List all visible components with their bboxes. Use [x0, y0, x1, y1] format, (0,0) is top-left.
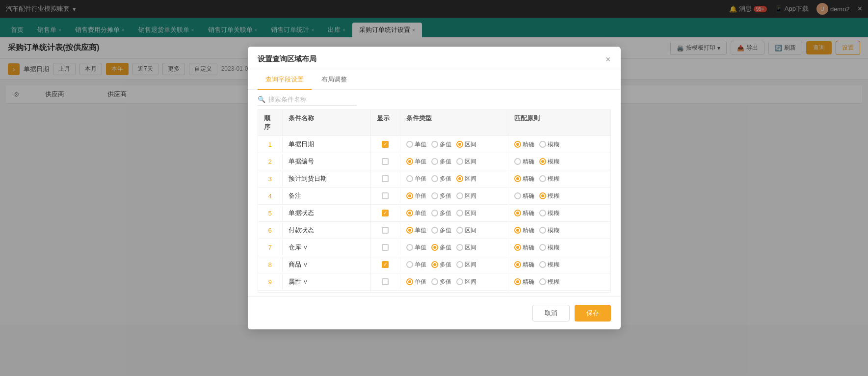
- row-type: 单值 多值 区间: [400, 154, 508, 170]
- match-radio-精确[interactable]: 精确: [514, 158, 534, 166]
- display-checkbox[interactable]: [382, 141, 389, 148]
- row-display[interactable]: [371, 171, 400, 186]
- match-radio-精确[interactable]: 精确: [514, 278, 534, 286]
- row-display[interactable]: [371, 240, 400, 255]
- type-radio-区间[interactable]: 区间: [456, 140, 476, 149]
- save-btn[interactable]: 保存: [575, 305, 611, 322]
- radio-circle: [456, 261, 463, 268]
- radio-circle: [406, 141, 413, 148]
- type-radio-区间[interactable]: 区间: [456, 158, 476, 166]
- display-checkbox[interactable]: [382, 227, 389, 234]
- type-radio-多值[interactable]: 多值: [431, 226, 451, 235]
- radio-circle: [456, 175, 463, 182]
- search-input[interactable]: [268, 96, 357, 103]
- match-radio-精确[interactable]: 精确: [514, 243, 534, 252]
- type-radio-区间[interactable]: 区间: [456, 243, 476, 252]
- type-radio-单值[interactable]: 单值: [406, 158, 426, 166]
- dialog-tab-query[interactable]: 查询字段设置: [258, 70, 312, 90]
- type-radio-多值[interactable]: 多值: [431, 209, 451, 217]
- match-radio-精确[interactable]: 精确: [514, 192, 534, 200]
- type-radio-区间[interactable]: 区间: [456, 192, 476, 200]
- row-display[interactable]: [371, 292, 400, 293]
- row-type: 单值 多值 区间: [400, 222, 508, 239]
- radio-label: 区间: [465, 140, 476, 149]
- type-radio-单值[interactable]: 单值: [406, 226, 426, 235]
- type-radio-多值[interactable]: 多值: [431, 140, 451, 149]
- dialog-close-btn[interactable]: ×: [605, 55, 611, 64]
- radio-label: 模糊: [548, 278, 559, 286]
- radio-label: 精确: [523, 243, 534, 252]
- radio-label: 多值: [440, 226, 451, 235]
- row-display[interactable]: [371, 188, 400, 203]
- radio-label: 单值: [415, 175, 426, 183]
- match-radio-模糊[interactable]: 模糊: [539, 243, 559, 252]
- match-radio-模糊[interactable]: 模糊: [539, 278, 559, 286]
- display-checkbox[interactable]: [382, 278, 389, 285]
- match-radio-模糊[interactable]: 模糊: [539, 226, 559, 235]
- type-radio-区间[interactable]: 区间: [456, 175, 476, 183]
- radio-circle: [514, 227, 521, 234]
- dialog-tab-layout[interactable]: 布局调整: [314, 70, 355, 90]
- row-display[interactable]: [371, 257, 400, 272]
- type-radio-单值[interactable]: 单值: [406, 175, 426, 183]
- row-type: 单值 多值 区间: [400, 188, 508, 204]
- match-radio-精确[interactable]: 精确: [514, 226, 534, 235]
- radio-circle: [431, 210, 438, 216]
- row-display[interactable]: [371, 206, 400, 220]
- row-display[interactable]: [371, 274, 400, 289]
- match-radio-模糊[interactable]: 模糊: [539, 261, 559, 269]
- display-checkbox[interactable]: [382, 158, 389, 165]
- type-radio-多值[interactable]: 多值: [431, 175, 451, 183]
- radio-label: 模糊: [548, 140, 559, 149]
- radio-label: 精确: [523, 175, 534, 183]
- row-name: 仓库 ∨: [283, 239, 371, 256]
- type-radio-单值[interactable]: 单值: [406, 192, 426, 200]
- match-radio-模糊[interactable]: 模糊: [539, 209, 559, 217]
- radio-circle: [514, 158, 521, 165]
- radio-circle: [406, 244, 413, 251]
- type-radio-单值[interactable]: 单值: [406, 278, 426, 286]
- type-radio-group: 单值 多值 区间: [406, 192, 476, 200]
- type-radio-多值[interactable]: 多值: [431, 158, 451, 166]
- dialog-tab-layout-label: 布局调整: [321, 76, 347, 83]
- type-radio-单值[interactable]: 单值: [406, 209, 426, 217]
- radio-circle: [456, 244, 463, 251]
- type-radio-多值[interactable]: 多值: [431, 278, 451, 286]
- type-radio-区间[interactable]: 区间: [456, 226, 476, 235]
- display-checkbox[interactable]: [382, 244, 389, 251]
- display-checkbox[interactable]: [382, 210, 389, 216]
- row-display[interactable]: [371, 154, 400, 169]
- match-radio-模糊[interactable]: 模糊: [539, 175, 559, 183]
- type-radio-区间[interactable]: 区间: [456, 209, 476, 217]
- type-radio-多值[interactable]: 多值: [431, 261, 451, 269]
- row-name: 付款状态: [283, 222, 371, 239]
- display-checkbox[interactable]: [382, 192, 389, 199]
- row-display[interactable]: [371, 137, 400, 152]
- type-radio-区间[interactable]: 区间: [456, 261, 476, 269]
- match-radio-精确[interactable]: 精确: [514, 261, 534, 269]
- display-checkbox[interactable]: [382, 261, 389, 268]
- radio-label: 区间: [465, 209, 476, 217]
- radio-circle: [431, 278, 438, 285]
- type-radio-单值[interactable]: 单值: [406, 243, 426, 252]
- row-match: 精确 模糊: [508, 240, 606, 256]
- row-type: 单值 多值 区间: [400, 136, 508, 153]
- match-radio-精确[interactable]: 精确: [514, 209, 534, 217]
- row-display[interactable]: [371, 223, 400, 238]
- type-radio-单值[interactable]: 单值: [406, 261, 426, 269]
- match-radio-精确[interactable]: 精确: [514, 140, 534, 149]
- match-radio-模糊[interactable]: 模糊: [539, 192, 559, 200]
- type-radio-多值[interactable]: 多值: [431, 192, 451, 200]
- radio-circle: [431, 244, 438, 251]
- type-radio-多值[interactable]: 多值: [431, 243, 451, 252]
- match-radio-精确[interactable]: 精确: [514, 175, 534, 183]
- match-radio-模糊[interactable]: 模糊: [539, 158, 559, 166]
- type-radio-区间[interactable]: 区间: [456, 278, 476, 286]
- cancel-btn[interactable]: 取消: [532, 305, 570, 322]
- row-num: 4: [258, 188, 283, 204]
- type-radio-单值[interactable]: 单值: [406, 140, 426, 149]
- match-radio-模糊[interactable]: 模糊: [539, 140, 559, 149]
- display-checkbox[interactable]: [382, 175, 389, 182]
- match-radio-group: 精确 模糊: [514, 243, 559, 252]
- row-num: 9: [258, 274, 283, 290]
